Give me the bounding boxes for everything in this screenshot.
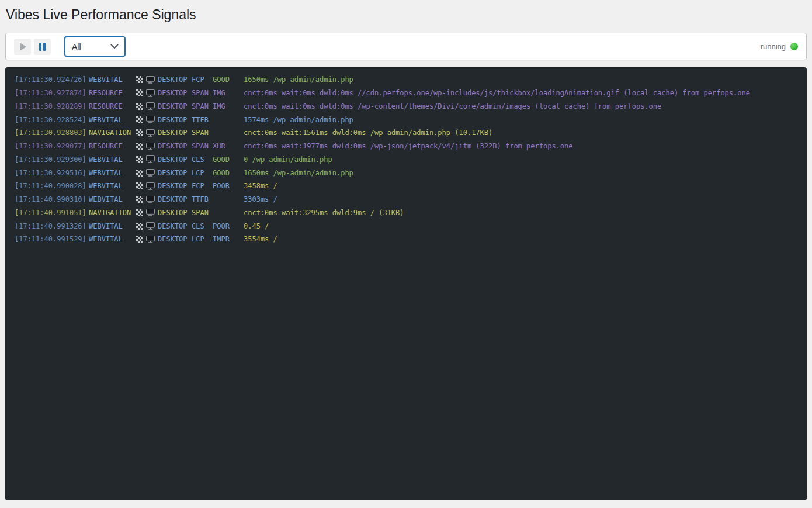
log-timestamp: [17:11:30.928524] [15, 116, 89, 124]
log-row: [17:11:30.928524]WEBVITALDESKTOPTTFB1574… [15, 113, 797, 126]
log-icons [136, 155, 158, 163]
log-icons [136, 236, 158, 243]
log-verdict-label: IMG [213, 89, 244, 97]
log-type-label: RESOURCE [89, 142, 136, 150]
log-verdict-label: POOR [213, 182, 244, 190]
page: Vibes Live Performance Signals All runni… [0, 0, 812, 500]
log-device-label: DESKTOP [158, 222, 192, 230]
log-value: 3554ms / [244, 235, 797, 243]
log-verdict-label: IMG [213, 102, 244, 110]
log-value: cnct:0ms wait:0ms dwld:0ms //cdn.perfops… [244, 89, 797, 97]
desktop-monitor-icon [146, 116, 155, 123]
checkered-flag-icon [136, 223, 143, 230]
checkered-flag-icon [136, 129, 143, 136]
desktop-monitor-icon [146, 236, 155, 243]
log-row: [17:11:40.990310]WEBVITALDESKTOPTTFB3303… [15, 193, 797, 206]
checkered-flag-icon [136, 170, 143, 177]
log-row: [17:11:30.929516]WEBVITALDESKTOPLCPGOOD1… [15, 166, 797, 179]
checkered-flag-icon [136, 236, 143, 243]
live-console[interactable]: [17:11:30.924726]WEBVITALDESKTOPFCPGOOD1… [5, 67, 807, 500]
log-row: [17:11:30.927874]RESOURCEDESKTOPSPANIMGc… [15, 87, 797, 100]
log-type-label: WEBVITAL [89, 195, 136, 203]
log-metric-label: SPAN [192, 209, 213, 217]
log-row: [17:11:40.991529]WEBVITALDESKTOPLCPIMPR3… [15, 233, 797, 246]
pause-icon [39, 43, 46, 51]
log-row: [17:11:30.929300]WEBVITALDESKTOPCLSGOOD0… [15, 153, 797, 167]
log-metric-label: SPAN [192, 129, 213, 137]
log-type-label: WEBVITAL [89, 182, 136, 190]
log-type-label: NAVIGATION [89, 129, 136, 137]
log-timestamp: [17:11:40.991326] [15, 222, 89, 230]
log-device-label: DESKTOP [158, 169, 192, 177]
log-type-label: WEBVITAL [89, 169, 136, 177]
log-device-label: DESKTOP [158, 155, 192, 164]
log-type-label: WEBVITAL [89, 75, 136, 84]
log-icons [136, 129, 158, 137]
log-timestamp: [17:11:30.928803] [15, 129, 89, 137]
status-text: running [761, 42, 786, 51]
pause-button[interactable] [34, 39, 51, 55]
desktop-monitor-icon [146, 76, 155, 84]
log-value: 3458ms / [244, 182, 797, 190]
log-timestamp: [17:11:30.927874] [15, 89, 89, 97]
toolbar: All running [5, 33, 807, 60]
log-timestamp: [17:11:30.929516] [15, 169, 89, 177]
log-value: 1650ms /wp-admin/admin.php [244, 75, 797, 84]
log-type-label: NAVIGATION [89, 209, 136, 217]
log-row: [17:11:40.990028]WEBVITALDESKTOPFCPPOOR3… [15, 179, 797, 193]
page-title: Vibes Live Performance Signals [6, 6, 807, 23]
desktop-monitor-icon [146, 102, 155, 110]
log-type-label: WEBVITAL [89, 235, 136, 243]
log-type-label: WEBVITAL [89, 116, 136, 124]
log-row: [17:11:30.929077]RESOURCEDESKTOPSPANXHRc… [15, 140, 797, 153]
log-type-label: RESOURCE [89, 89, 136, 97]
log-value: cnct:0ms wait:0ms dwld:0ms /wp-content/t… [244, 102, 797, 110]
log-timestamp: [17:11:30.924726] [15, 75, 89, 84]
log-timestamp: [17:11:30.928289] [15, 102, 89, 110]
log-type-label: RESOURCE [89, 102, 136, 110]
checkered-flag-icon [136, 209, 143, 216]
checkered-flag-icon [136, 156, 143, 163]
log-value: cnct:0ms wait:1977ms dwld:0ms /wp-json/j… [244, 142, 797, 150]
checkered-flag-icon [136, 76, 143, 83]
log-row: [17:11:30.928803]NAVIGATIONDESKTOPSPANcn… [15, 126, 797, 140]
log-value: 3303ms / [244, 195, 797, 203]
log-device-label: DESKTOP [158, 209, 192, 217]
log-value: 1650ms /wp-admin/admin.php [244, 169, 797, 177]
desktop-monitor-icon [146, 222, 155, 230]
log-value: cnct:0ms wait:1561ms dwld:0ms /wp-admin/… [244, 129, 797, 137]
log-metric-label: TTFB [192, 195, 213, 203]
log-timestamp: [17:11:30.929300] [15, 155, 89, 164]
play-button[interactable] [14, 39, 31, 55]
log-value: 0 /wp-admin/admin.php [244, 155, 797, 164]
desktop-monitor-icon [146, 196, 155, 203]
checkered-flag-icon [136, 89, 143, 96]
log-metric-label: SPAN [192, 102, 213, 110]
filter-select[interactable]: All [64, 36, 126, 57]
checkered-flag-icon [136, 103, 143, 110]
log-device-label: DESKTOP [158, 235, 192, 243]
log-row: [17:11:30.924726]WEBVITALDESKTOPFCPGOOD1… [15, 73, 797, 87]
log-verdict-label: POOR [213, 222, 244, 230]
log-device-label: DESKTOP [158, 75, 192, 84]
log-metric-label: SPAN [192, 142, 213, 150]
log-value: cnct:0ms wait:3295ms dwld:9ms / (31KB) [244, 209, 797, 217]
desktop-monitor-icon [146, 169, 155, 177]
checkered-flag-icon [136, 143, 143, 150]
desktop-monitor-icon [146, 129, 155, 137]
desktop-monitor-icon [146, 182, 155, 190]
checkered-flag-icon [136, 182, 143, 189]
checkered-flag-icon [136, 116, 143, 123]
log-device-label: DESKTOP [158, 142, 192, 150]
log-timestamp: [17:11:40.990310] [15, 195, 89, 203]
log-metric-label: FCP [192, 182, 213, 190]
log-device-label: DESKTOP [158, 129, 192, 137]
log-device-label: DESKTOP [158, 116, 192, 124]
log-device-label: DESKTOP [158, 182, 192, 190]
play-icon [20, 43, 26, 51]
log-row: [17:11:40.991051]NAVIGATIONDESKTOPSPANcn… [15, 206, 797, 220]
log-device-label: DESKTOP [158, 102, 192, 110]
desktop-monitor-icon [146, 143, 155, 150]
log-timestamp: [17:11:30.929077] [15, 142, 89, 150]
log-row: [17:11:40.991326]WEBVITALDESKTOPCLSPOOR0… [15, 219, 797, 233]
